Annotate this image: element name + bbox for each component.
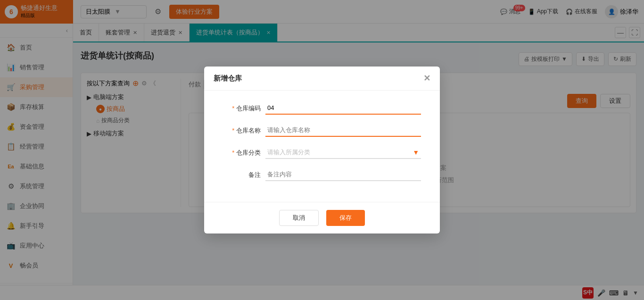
warehouse-code-input[interactable] <box>265 102 421 115</box>
warehouse-code-row: 仓库编码 <box>223 102 421 115</box>
warehouse-type-select[interactable]: 请输入所属分类 <box>265 146 421 158</box>
warehouse-name-label: 仓库名称 <box>223 126 261 135</box>
remark-label: 备注 <box>223 171 261 179</box>
warehouse-name-row: 仓库名称 <box>223 124 421 137</box>
warehouse-type-label: 仓库分类 <box>223 149 261 157</box>
modal-new-warehouse: 新增仓库 ✕ 仓库编码 仓库名称 仓库分类 请输入所属分类 ▼ <box>204 67 440 233</box>
warehouse-type-row: 仓库分类 请输入所属分类 ▼ <box>223 146 421 159</box>
modal-close-button[interactable]: ✕ <box>423 73 430 83</box>
cancel-button[interactable]: 取消 <box>279 210 319 226</box>
modal-overlay[interactable]: 新增仓库 ✕ 仓库编码 仓库名称 仓库分类 请输入所属分类 ▼ <box>0 0 644 300</box>
save-button[interactable]: 保存 <box>326 210 365 226</box>
warehouse-name-input[interactable] <box>265 124 421 137</box>
warehouse-type-select-wrap: 请输入所属分类 ▼ <box>265 146 421 159</box>
remark-row: 备注 <box>223 168 421 181</box>
modal-header: 新增仓库 ✕ <box>204 67 440 91</box>
remark-input[interactable] <box>265 168 421 181</box>
modal-footer: 取消 保存 <box>204 202 440 233</box>
modal-title: 新增仓库 <box>214 74 242 83</box>
modal-body: 仓库编码 仓库名称 仓库分类 请输入所属分类 ▼ 备注 <box>204 91 440 202</box>
warehouse-code-label: 仓库编码 <box>223 104 261 113</box>
